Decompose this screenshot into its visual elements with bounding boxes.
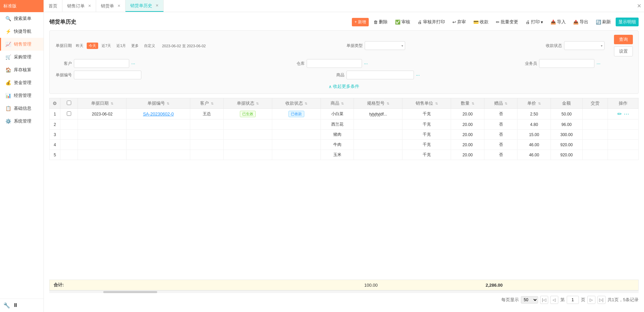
col-doc-status-sort[interactable]: ⇅ [256, 102, 259, 105]
cell-cb-3 [60, 130, 78, 140]
customer-label: 客户 [55, 61, 72, 67]
sidebar-item-base-info[interactable]: 📋 基础信息 [0, 102, 44, 115]
sidebar-header: 标准版 [0, 0, 44, 12]
col-customer-sort[interactable]: ⇅ [211, 102, 214, 105]
tab-sales-goods[interactable]: 销货单 ✕ [96, 0, 125, 12]
tab-close-all-icon[interactable]: ✕ [637, 3, 641, 9]
tab-home[interactable]: 首页 [44, 0, 62, 12]
prev-page-btn[interactable]: ◁ [550, 296, 558, 304]
cell-action-5 [608, 150, 639, 160]
abandon-label: 弃审 [457, 19, 466, 25]
delete-button[interactable]: 🗑 删除 [371, 18, 390, 26]
sidebar-brand: 标准版 [3, 3, 17, 9]
col-sales-unit-sort[interactable]: ⇅ [435, 102, 438, 105]
show-detail-button[interactable]: 显示明细 [616, 18, 639, 26]
sidebar-item-purchase-mgmt[interactable]: 🛒 采购管理 [0, 51, 44, 63]
refresh-icon: 🔄 [596, 20, 601, 25]
batch-change-button[interactable]: ✏ 批量变更 [493, 18, 521, 26]
doc-type-select[interactable] [365, 41, 405, 50]
sidebar-bottom-icon1[interactable]: 🔧 [3, 302, 10, 309]
col-pay-status-sort[interactable]: ⇅ [305, 102, 307, 105]
print-button[interactable]: 🖨 打印 ▾ [523, 18, 546, 26]
page-title: 销货单历史 [49, 19, 76, 26]
warehouse-input[interactable] [307, 59, 362, 68]
tab-sales-goods-close[interactable]: ✕ [117, 4, 120, 8]
page-header: 销货单历史 + 新增 🗑 删除 ✅ 审核 🖨 审核并打印 ↩ 弃审 [49, 18, 639, 26]
col-goods-sort[interactable]: ⇅ [341, 102, 344, 105]
col-unit-price-sort[interactable]: ⇅ [538, 102, 541, 105]
table-settings-button[interactable]: ⚙ [53, 101, 57, 106]
tab-sales-order-label: 销售订单 [67, 3, 85, 9]
import-button[interactable]: 📥 导入 [548, 18, 568, 26]
filter-goods: 商品 ··· [328, 71, 420, 79]
col-doc-no-label: 单据编号 [147, 101, 165, 106]
col-spec-sort[interactable]: ⇅ [387, 102, 389, 105]
tab-sales-order-close[interactable]: ✕ [88, 4, 91, 8]
refresh-button[interactable]: 🔄 刷新 [593, 18, 614, 26]
horizontal-scrollbar[interactable] [49, 290, 639, 293]
col-customer-label: 客户 [200, 101, 209, 106]
date-shortcut: 昨天 今天 近7天 近1月 更多 自定义 [74, 43, 157, 49]
col-sales-unit: 销售单位 ⇅ [402, 98, 451, 109]
goods-dots[interactable]: ··· [416, 72, 420, 78]
sidebar-item-inventory[interactable]: 🏠 库存核算 [0, 63, 44, 76]
pay-status-select[interactable] [564, 41, 605, 50]
export-button[interactable]: 📤 导出 [570, 18, 591, 26]
abandon-button[interactable]: ↩ 弃审 [450, 18, 469, 26]
doc-no-input[interactable] [74, 71, 141, 79]
tab-sales-order[interactable]: 销售订单 ✕ [62, 0, 96, 12]
sidebar-item-finance[interactable]: 💰 资金管理 [0, 76, 44, 89]
doc-no-link-1[interactable]: SA-20230602-0 [143, 111, 174, 116]
cell-action-3 [608, 130, 639, 140]
first-page-btn[interactable]: |◁ [540, 296, 548, 304]
row1-checkbox[interactable] [67, 111, 71, 116]
tab-sales-history-close[interactable]: ✕ [156, 3, 159, 8]
date-yesterday[interactable]: 昨天 [74, 43, 85, 49]
tab-sales-history[interactable]: 销货单历史 ✕ [125, 0, 164, 12]
last-page-btn[interactable]: ▷| [597, 296, 606, 304]
collect-button[interactable]: 💳 收款 [471, 18, 491, 26]
cell-amount-2: 96.00 [551, 120, 582, 130]
page-input[interactable] [567, 296, 579, 304]
cell-date-3 [78, 130, 127, 140]
salesman-dots[interactable]: ··· [596, 61, 600, 66]
customer-input[interactable] [74, 59, 129, 68]
sidebar-item-sales-mgmt[interactable]: 📈 销售管理 [0, 38, 44, 51]
page-size-select[interactable]: 50 100 [521, 296, 538, 304]
col-qty-sort[interactable]: ⇅ [472, 102, 474, 105]
new-button[interactable]: + 新增 [352, 18, 369, 26]
content-area: 销货单历史 + 新增 🗑 删除 ✅ 审核 🖨 审核并打印 ↩ 弃审 [44, 12, 644, 312]
date-custom[interactable]: 自定义 [142, 43, 157, 49]
col-doc-no-sort[interactable]: ⇅ [167, 102, 169, 105]
sys-mgmt-icon: ⚙️ [5, 118, 11, 124]
col-gift-sort[interactable]: ⇅ [505, 102, 507, 105]
sidebar-item-operation[interactable]: 📊 经营管理 [0, 89, 44, 102]
date-7days[interactable]: 近7天 [100, 43, 113, 49]
sidebar-label-sys-mgmt: 系统管理 [14, 118, 31, 124]
edit-btn-1[interactable]: ✏ [617, 111, 622, 117]
sidebar-label-inventory: 库存核算 [14, 67, 31, 73]
query-button[interactable]: 查询 [614, 35, 633, 44]
audit-print-button[interactable]: 🖨 审核并打印 [415, 18, 448, 26]
sidebar-item-search-menu[interactable]: 🔍 搜索菜单 [0, 12, 44, 25]
goods-input[interactable] [346, 71, 414, 79]
sidebar-item-sys-mgmt[interactable]: ⚙️ 系统管理 [0, 115, 44, 128]
cell-doc-status-3 [223, 130, 272, 140]
sidebar-bottom-icon2[interactable]: ⏸ [13, 302, 18, 309]
warehouse-dots[interactable]: ··· [364, 61, 368, 66]
date-1month[interactable]: 近1月 [114, 43, 128, 49]
col-date-sort[interactable]: ⇅ [111, 102, 113, 105]
date-more[interactable]: 更多 [129, 43, 141, 49]
audit-label: 审核 [401, 19, 410, 25]
cell-unit-price-2: 4.80 [517, 120, 551, 130]
salesman-input[interactable] [539, 59, 594, 68]
sidebar-item-quick-nav[interactable]: ⚡ 快捷导航 [0, 25, 44, 38]
collapse-button[interactable]: ∧ 收起更多条件 [329, 83, 359, 89]
date-today[interactable]: 今天 [87, 43, 98, 49]
select-all-checkbox[interactable] [67, 101, 71, 105]
customer-dots[interactable]: ··· [131, 61, 135, 66]
next-page-btn[interactable]: ▷ [587, 296, 595, 304]
more-btn-1[interactable]: ⋯ [624, 111, 629, 117]
settings-button[interactable]: 设置 [614, 46, 633, 56]
audit-button[interactable]: ✅ 审核 [392, 18, 413, 26]
